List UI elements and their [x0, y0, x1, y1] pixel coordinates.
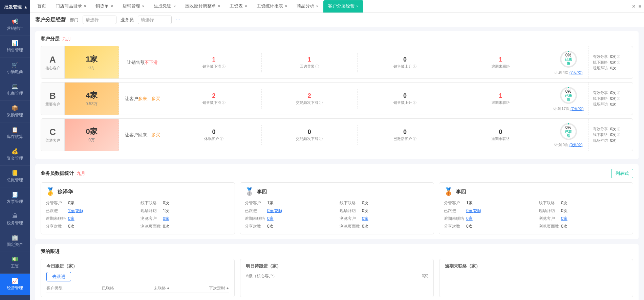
filter-more-icon[interactable]: ···: [176, 17, 180, 23]
biz-card-1-stat-left: 分管客户 1家 已跟进 0家(0%) 逾期未联络 0家: [245, 200, 334, 229]
tab-close-all-icon[interactable]: ✕: [632, 4, 636, 9]
sidebar-item-payroll[interactable]: 💵 工资: [0, 252, 30, 274]
tier-c-plan-link[interactable]: (0天/次): [570, 143, 583, 147]
tab-close-store-products[interactable]: ×: [84, 4, 86, 8]
tab-close-voucher[interactable]: ×: [173, 4, 175, 8]
tier-b-stat-3[interactable]: 1 逾期未联络: [453, 89, 548, 109]
info-icon-2[interactable]: ⓘ: [413, 64, 416, 69]
sidebar-item-purchase[interactable]: 📦 采购管理: [0, 101, 30, 122]
sidebar-item-ecommerce[interactable]: 💻 电商管理: [0, 79, 30, 101]
biz-followed-link-2[interactable]: 0家(0%): [466, 208, 481, 214]
info-icon-c1[interactable]: ⓘ: [319, 136, 323, 141]
tier-a-label: A 核心客户: [41, 46, 65, 78]
medal-silver-icon: 🥈: [245, 187, 254, 196]
sidebar-item-management[interactable]: 📈 经营管理: [0, 274, 30, 295]
biz-stat-row: 分管客户 1家: [444, 200, 533, 206]
tab-home[interactable]: 首页: [33, 0, 51, 13]
biz-card-1-header: 🥈 李四: [245, 187, 429, 196]
sidebar-item-finance[interactable]: 💰 资金管理: [0, 144, 30, 166]
goto-followup-button[interactable]: 去跟进: [46, 272, 71, 281]
tier-c-stat-1[interactable]: 0 交易频次下滑 ⓘ: [262, 125, 357, 145]
biz-browse-link-2[interactable]: 0家: [561, 216, 567, 222]
info-icon-a1[interactable]: ⓘ: [617, 60, 620, 65]
tier-a-plan-link[interactable]: (7天/次): [570, 70, 583, 74]
biz-browse-link-1[interactable]: 0家: [362, 216, 368, 222]
tier-b-stat-0[interactable]: 2 销售额下滑 ⓘ: [166, 89, 262, 109]
tab-menu-icon[interactable]: ≡: [639, 4, 641, 9]
tier-c-stat-3-num: 0: [499, 129, 502, 136]
marketing-icon: 📢: [1, 18, 28, 25]
tier-a-right-stats: 有效分享 0次 ⓘ 线下联络 0次 ⓘ 现场拜访 0次: [589, 46, 633, 78]
tab-sales-order[interactable]: 销货单 ×: [91, 0, 117, 13]
tier-a-stat-2[interactable]: 0 销售额上升 ⓘ: [358, 53, 453, 72]
tier-b-circle-plan: 计划 17次 (7天/次): [553, 106, 584, 111]
sidebar-item-ecommerce-small[interactable]: 🛒 小畅电商: [0, 57, 30, 79]
tab-payroll[interactable]: 工资表 ×: [225, 0, 252, 13]
info-icon-c2[interactable]: ⓘ: [413, 136, 416, 141]
info-icon-c-r1[interactable]: ⓘ: [617, 133, 620, 137]
tab-voucher[interactable]: 生成凭证 ×: [149, 0, 180, 13]
info-icon-c0[interactable]: ⓘ: [220, 136, 223, 141]
tier-c-stat-0[interactable]: 0 休眠客户 ⓘ: [166, 125, 262, 145]
tab-store-products[interactable]: 门店商品目录 ×: [51, 0, 91, 13]
info-icon-a0[interactable]: ⓘ: [617, 54, 620, 59]
biz-card-0-stat-row-0: 分管客户 0家 已跟进 1家(0%) 逾期未联络 0家: [46, 200, 135, 229]
info-icon-1[interactable]: ⓘ: [315, 64, 319, 69]
tier-a-stat-0[interactable]: 1 销售额下滑 ⓘ: [166, 53, 262, 72]
tier-row-a: A 核心客户 1家 0万 让销售额不下滑 1 销售额下滑 ⓘ 1: [41, 46, 633, 79]
sidebar-item-assets[interactable]: 🏢 固定资产: [0, 230, 30, 252]
tier-b-stat-3-label: 逾期未联络: [491, 100, 510, 105]
sidebar-toggle-icon[interactable]: ▲: [24, 5, 28, 9]
tab-close-ar-adjustment[interactable]: ×: [218, 4, 220, 8]
info-icon-0[interactable]: ⓘ: [222, 64, 226, 69]
sidebar-item-inventory[interactable]: 📋 库存核算: [0, 122, 30, 144]
tab-close-payroll[interactable]: ×: [245, 4, 247, 8]
tab-close-payroll-report[interactable]: ×: [285, 4, 287, 8]
biz-followed-link-1[interactable]: 0家(0%): [267, 208, 282, 214]
info-icon-b-r1[interactable]: ⓘ: [617, 96, 620, 101]
info-icon-b0[interactable]: ⓘ: [222, 100, 226, 105]
tab-product-analysis[interactable]: 商品分析 ×: [292, 0, 323, 13]
tab-payroll-report[interactable]: 工资统计报表 ×: [252, 0, 292, 13]
sidebar-item-invoice[interactable]: 🧾 发票管理: [0, 187, 30, 209]
biz-browse-link[interactable]: 0家: [163, 216, 169, 222]
biz-overdue-link-2[interactable]: 0家: [466, 216, 473, 222]
sidebar-item-sales[interactable]: 📊 销售管理: [0, 36, 30, 57]
tab-close-customer-tier[interactable]: ×: [357, 4, 359, 8]
biz-overdue-link[interactable]: 0家: [68, 216, 74, 222]
info-icon-c-r0[interactable]: ⓘ: [617, 127, 620, 132]
list-view-button[interactable]: 列表式: [611, 169, 633, 178]
tab-close-sales-order[interactable]: ×: [111, 4, 113, 8]
tier-a-stat-3[interactable]: 1 逾期未联络: [453, 53, 548, 72]
tier-a-amount: 0万: [88, 65, 95, 71]
tier-c-stat-2[interactable]: 0 已激活客户 ⓘ: [358, 125, 453, 145]
tab-customer-tier[interactable]: 客户分层经营 ×: [323, 0, 363, 13]
tab-close-store-mgmt[interactable]: ×: [142, 4, 144, 8]
tier-b-name: 重要客户: [45, 102, 60, 107]
sidebar-item-label: 发票管理: [1, 199, 28, 205]
tier-b-right-2: 现场拜访 0次: [593, 102, 629, 107]
sidebar-item-tax[interactable]: 🏛 税务管理: [0, 209, 30, 230]
tier-b-stat-1[interactable]: 2 交易频次下滑 ⓘ: [262, 89, 357, 109]
tier-c-stat-3[interactable]: 0 逾期未联络: [453, 125, 548, 145]
tab-store-mgmt[interactable]: 店铺管理 ×: [118, 0, 149, 13]
sales-icon: 📊: [1, 40, 28, 46]
tab-ar-adjustment[interactable]: 应收应付调整单 ×: [180, 0, 225, 13]
sidebar-item-marketing[interactable]: 📢 营销推广: [0, 14, 30, 36]
info-icon-b-r0[interactable]: ⓘ: [617, 91, 620, 95]
filter-dept-select[interactable]: 请选择: [83, 16, 116, 24]
tier-b-plan-link[interactable]: (7天/次): [571, 107, 584, 111]
biz-followed-link[interactable]: 1家(0%): [68, 208, 83, 214]
info-icon-b1[interactable]: ⓘ: [319, 100, 323, 105]
filter-staff-select[interactable]: 请选择: [138, 16, 172, 24]
sidebar-item-basic[interactable]: ℹ 基础信息: [0, 295, 30, 300]
info-icon-b2[interactable]: ⓘ: [413, 100, 416, 105]
tab-close-product-analysis[interactable]: ×: [316, 4, 318, 8]
sidebar-item-ledger[interactable]: 📒 总账管理: [0, 166, 30, 187]
tier-b-stat-2[interactable]: 0 销售额上升 ⓘ: [358, 89, 453, 109]
tier-a-stat-2-label: 销售额上升 ⓘ: [393, 64, 416, 69]
tier-a-stat-1[interactable]: 1 回购异常 ⓘ: [262, 53, 357, 72]
biz-stat-row: 线下联络 0次: [340, 200, 429, 206]
sidebar-item-label: 营销推广: [1, 26, 28, 31]
biz-overdue-link-1[interactable]: 0家: [267, 216, 274, 222]
